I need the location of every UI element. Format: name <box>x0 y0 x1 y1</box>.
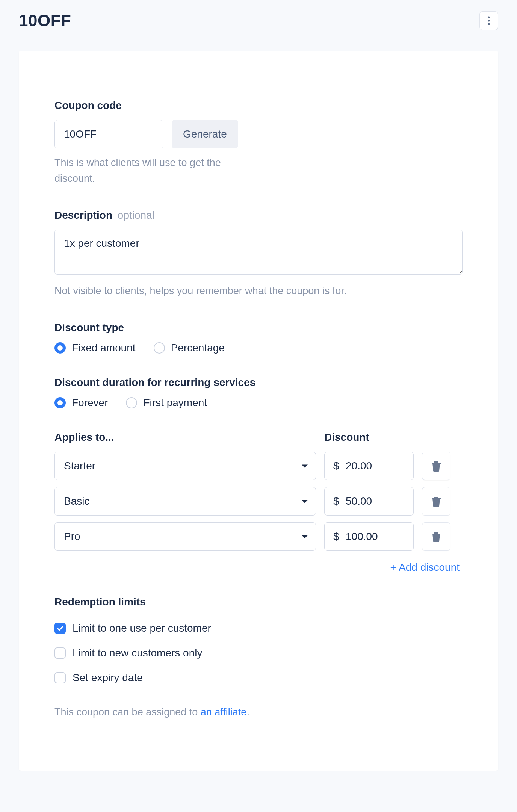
delete-row-button[interactable] <box>422 452 450 480</box>
affiliate-note: This coupon can be assigned to an affili… <box>54 706 463 718</box>
set-expiry-checkbox[interactable]: Set expiry date <box>54 672 463 684</box>
checkbox-icon <box>54 647 66 659</box>
description-field: Description optional Not visible to clie… <box>54 209 463 299</box>
coupon-code-field: Coupon code Generate This is what client… <box>54 100 463 187</box>
delete-row-button[interactable] <box>422 522 450 551</box>
generate-button[interactable]: Generate <box>172 120 238 148</box>
radio-label: Percentage <box>171 342 225 354</box>
plan-select[interactable]: Basic <box>54 487 316 516</box>
svg-point-1 <box>488 20 490 22</box>
radio-icon <box>54 342 66 354</box>
redemption-limits-field: Redemption limits <box>54 596 463 608</box>
discount-type-field: Discount type Fixed amount Percentage <box>54 322 463 354</box>
svg-point-2 <box>488 23 490 25</box>
radio-icon <box>154 342 165 354</box>
coupon-code-input[interactable] <box>54 120 163 148</box>
page-header: 10OFF <box>19 11 498 30</box>
coupon-code-label: Coupon code <box>54 100 463 112</box>
applies-to-header: Applies to... <box>54 431 324 443</box>
coupon-code-help: This is what clients will use to get the… <box>54 155 257 187</box>
radio-label: First payment <box>143 397 207 409</box>
discount-type-label: Discount type <box>54 322 463 334</box>
trash-icon <box>431 531 441 542</box>
limit-new-customers-checkbox[interactable]: Limit to new customers only <box>54 647 463 659</box>
checkbox-icon <box>54 672 66 683</box>
duration-first-radio[interactable]: First payment <box>126 397 207 409</box>
discount-row: Basic $ <box>54 487 463 516</box>
checkbox-label: Set expiry date <box>73 672 143 684</box>
coupon-card: Coupon code Generate This is what client… <box>19 51 498 771</box>
discount-header: Discount <box>324 431 369 443</box>
discount-type-percentage-radio[interactable]: Percentage <box>154 342 225 354</box>
checkbox-icon <box>54 623 66 634</box>
trash-icon <box>431 460 441 472</box>
discount-table: Applies to... Discount Starter $ Bas <box>54 431 463 551</box>
page-title: 10OFF <box>19 11 71 30</box>
optional-tag: optional <box>118 209 154 221</box>
radio-icon <box>54 397 66 408</box>
svg-point-0 <box>488 17 490 18</box>
duration-field: Discount duration for recurring services… <box>54 377 463 409</box>
trash-icon <box>431 496 441 507</box>
add-discount-button[interactable]: + Add discount <box>390 561 460 573</box>
radio-label: Fixed amount <box>72 342 136 354</box>
description-help: Not visible to clients, helps you rememb… <box>54 283 463 299</box>
radio-label: Forever <box>72 397 108 409</box>
discount-type-fixed-radio[interactable]: Fixed amount <box>54 342 136 354</box>
more-menu-button[interactable] <box>479 11 498 30</box>
plan-select[interactable]: Pro <box>54 522 316 551</box>
affiliate-link[interactable]: an affiliate <box>201 706 247 718</box>
delete-row-button[interactable] <box>422 487 450 516</box>
checkbox-label: Limit to new customers only <box>73 647 202 659</box>
duration-label: Discount duration for recurring services <box>54 377 463 389</box>
plan-select[interactable]: Starter <box>54 452 316 480</box>
limit-one-per-customer-checkbox[interactable]: Limit to one use per customer <box>54 622 463 634</box>
discount-row: Starter $ <box>54 452 463 480</box>
discount-amount-input[interactable] <box>324 522 414 551</box>
discount-amount-input[interactable] <box>324 452 414 480</box>
redemption-limits-label: Redemption limits <box>54 596 463 608</box>
radio-icon <box>126 397 137 408</box>
more-vertical-icon <box>488 16 490 25</box>
discount-row: Pro $ <box>54 522 463 551</box>
description-input[interactable] <box>54 230 463 275</box>
description-label: Description optional <box>54 209 463 221</box>
duration-forever-radio[interactable]: Forever <box>54 397 108 409</box>
checkbox-label: Limit to one use per customer <box>73 622 211 634</box>
discount-amount-input[interactable] <box>324 487 414 516</box>
